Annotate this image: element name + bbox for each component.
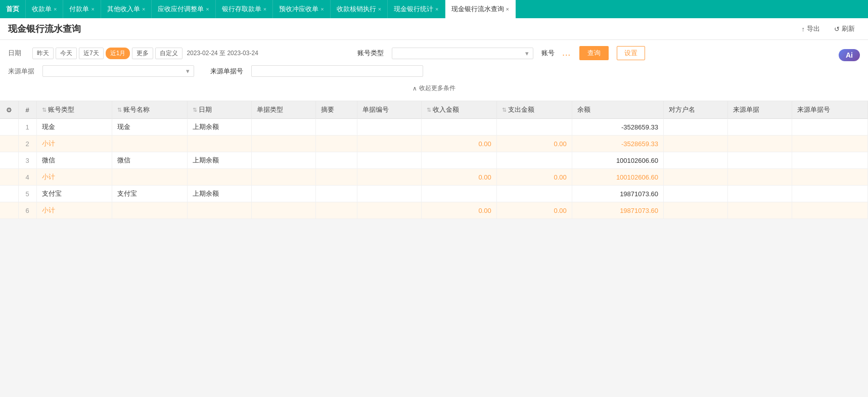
column-balance: 余额 [572,101,663,119]
nav-item-prepay-offset[interactable]: 预收冲应收单 × [273,0,330,18]
date-btn-custom[interactable]: 自定义 [155,48,182,59]
cell-source-doc-no [792,186,868,202]
close-icon-cash-bank-flow[interactable]: × [506,6,509,12]
source-doc-select[interactable]: ▾ [42,65,194,77]
cell-source-doc-no [792,119,868,136]
table-row: 6小计0.000.0019871073.60 [0,202,868,219]
date-btn-7days[interactable]: 近7天 [79,48,104,59]
account-type-select[interactable]: ▾ [392,48,533,59]
cell-counterpart [664,152,728,169]
nav-item-payment[interactable]: 付款单 × [63,0,101,18]
close-icon-cash-bank-stat[interactable]: × [435,6,438,12]
nav-item-receipt[interactable]: 收款单 × [26,0,63,18]
cell-summary [315,186,357,202]
cell-counterpart [664,136,728,152]
settings-button[interactable]: 设置 [617,46,645,60]
cell-expense [496,152,572,169]
cell-source-doc [728,169,792,186]
top-nav: 首页 收款单 × 付款单 × 其他收入单 × 应收应付调整单 × 银行存取款单 … [0,0,868,18]
nav-label-home: 首页 [6,5,19,14]
cell-expense: 0.00 [496,169,572,186]
column-doc-type: 单据类型 [251,101,315,119]
column-expense[interactable]: ⇅ 支出金额 [496,101,572,119]
page-title: 现金银行流水查询 [8,23,81,35]
column-date[interactable]: ⇅ 日期 [187,101,251,119]
col-label-doc-type: 单据类型 [257,106,283,113]
col-label-summary: 摘要 [321,106,334,113]
cell-account-type: 现金 [36,119,112,136]
cell-summary [315,169,357,186]
column-index: # [18,101,36,119]
column-gear[interactable]: ⚙ [0,101,18,119]
table-header-row: ⚙ # ⇅ 账号类型 ⇅ 账号名称 ⇅ 日期 单据类型 [0,101,868,119]
table-row: 5支付宝支付宝上期余额19871073.60 [0,186,868,202]
cell-doc-no [357,136,421,152]
close-icon-ar-ap-adjust[interactable]: × [206,6,209,12]
cell-expense: 0.00 [496,136,572,152]
nav-item-cash-bank-stat[interactable]: 现金银行统计 × [388,0,445,18]
date-shortcuts: 昨天 今天 近7天 近1月 更多 自定义 2023-02-24 至 2023-0… [32,48,258,59]
data-table: ⚙ # ⇅ 账号类型 ⇅ 账号名称 ⇅ 日期 单据类型 [0,101,868,219]
cell-source-doc [728,152,792,169]
table-row: 4小计0.000.00100102606.60 [0,169,868,186]
cell-doc-no [357,202,421,219]
cell-counterpart [664,119,728,136]
column-account-type[interactable]: ⇅ 账号类型 [36,101,112,119]
nav-item-home[interactable]: 首页 [0,0,26,18]
collapse-button[interactable]: ∧ 收起更多条件 [410,82,458,95]
source-doc-no-label: 来源单据号 [210,67,243,76]
cell-account-name [112,169,187,186]
cell-account-type: 支付宝 [36,186,112,202]
page-header: 现金银行流水查询 ↑ 导出 ↺ 刷新 [0,18,868,40]
col-label-doc-no: 单据编号 [362,106,389,113]
cell-expense [496,186,572,202]
close-icon-receipt[interactable]: × [54,6,57,12]
cell-source-doc-no [792,169,868,186]
cell-account-type: 小计 [36,136,112,152]
sort-icon-income: ⇅ [427,107,431,113]
cell-date: 上期余额 [187,152,251,169]
date-btn-1month[interactable]: 近1月 [106,48,130,59]
cell-doc-no [357,119,421,136]
export-button[interactable]: ↑ 导出 [797,22,826,35]
close-icon-receipt-verify[interactable]: × [378,6,381,12]
date-btn-today[interactable]: 今天 [56,48,77,59]
cell-source-doc [728,119,792,136]
cell-gear [0,152,18,169]
cell-balance: 19871073.60 [572,202,663,219]
filter-row-date: 日期 昨天 今天 近7天 近1月 更多 自定义 2023-02-24 至 202… [8,46,860,60]
nav-item-ar-ap-adjust[interactable]: 应收应付调整单 × [152,0,215,18]
cell-source-doc-no [792,152,868,169]
column-account-name[interactable]: ⇅ 账号名称 [112,101,187,119]
account-label: 账号 [541,49,555,58]
cell-source-doc-no [792,136,868,152]
source-doc-no-input[interactable] [251,65,423,77]
column-income[interactable]: ⇅ 收入金额 [421,101,496,119]
cell-balance: 100102606.60 [572,152,663,169]
cell-doc-type [251,152,315,169]
date-btn-more[interactable]: 更多 [132,48,153,59]
close-icon-payment[interactable]: × [91,6,94,12]
filter-area: 日期 昨天 今天 近7天 近1月 更多 自定义 2023-02-24 至 202… [0,40,868,101]
sort-icon-date: ⇅ [193,107,197,113]
col-label-source-doc: 来源单据 [733,106,759,113]
nav-item-cash-bank-flow[interactable]: 现金银行流水查询 × [445,0,516,18]
table-row: 1现金现金上期余额-3528659.33 [0,119,868,136]
cell-counterpart [664,202,728,219]
close-icon-prepay-offset[interactable]: × [321,6,324,12]
cell-date: 上期余额 [187,119,251,136]
search-button[interactable]: 查询 [579,46,609,60]
date-btn-yesterday[interactable]: 昨天 [32,48,54,59]
nav-label-payment: 付款单 [69,5,89,14]
nav-item-receipt-verify[interactable]: 收款核销执行 × [331,0,388,18]
ai-badge[interactable]: Ai [839,49,860,61]
nav-item-other-income[interactable]: 其他收入单 × [101,0,152,18]
account-dots-button[interactable]: ... [563,50,571,57]
chevron-up-icon: ∧ [413,85,417,92]
refresh-button[interactable]: ↺ 刷新 [829,22,860,35]
close-icon-bank-deposit[interactable]: × [263,6,266,12]
cell-doc-type [251,186,315,202]
cell-doc-type [251,119,315,136]
nav-item-bank-deposit[interactable]: 银行存取款单 × [216,0,273,18]
close-icon-other-income[interactable]: × [142,6,145,12]
